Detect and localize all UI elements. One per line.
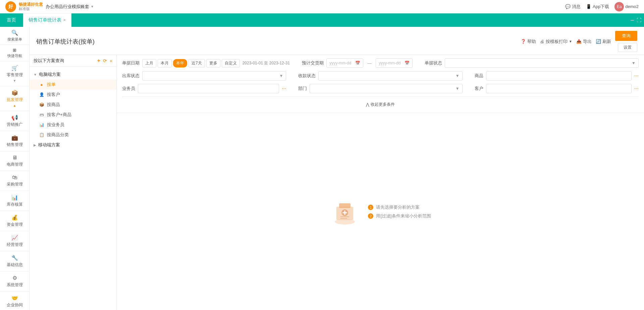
goods-more-icon[interactable]: ···: [634, 73, 639, 79]
sidebar-item-finance[interactable]: 💰 资金管理: [0, 211, 29, 231]
topbar-right: 💬 消息 📱 App下载 Ea demo2: [565, 2, 639, 11]
sidebar-item-quicknav[interactable]: ⊞ 快捷导航: [0, 45, 29, 61]
customer-more-icon[interactable]: ···: [634, 86, 639, 92]
sidebar-item-wholesale[interactable]: 📦 批发管理 ▲: [0, 86, 29, 111]
refresh-icon: 🔄: [596, 39, 601, 44]
filter-divider: [122, 97, 639, 97]
empty-content: 1 请先选择要分析的方案 2 用[过滤]条件来缩小分析范围: [330, 197, 431, 227]
sidebar-item-purchase[interactable]: 🛍 采购管理: [0, 171, 29, 191]
scheme-item-by-category[interactable]: 📋 按商品分类: [30, 130, 116, 140]
minimize-icon[interactable]: ─: [631, 17, 634, 23]
query-button[interactable]: 查询: [615, 31, 637, 41]
date-filter-group: 单据日期 上月 本月 本年 近7天 更多 自定义 2023-01-01 至 20…: [122, 59, 290, 67]
app-subtitle: 标准版: [19, 7, 43, 11]
sidebar-item-system[interactable]: ⚙ 系统管理: [0, 271, 29, 292]
date-btn-lastmonth[interactable]: 上月: [142, 59, 156, 67]
scheme-group-mobile-header[interactable]: ▶ 移动端方案: [30, 140, 116, 150]
sidebar-item-ecommerce[interactable]: 🖥 电商管理: [0, 151, 29, 171]
maximize-icon[interactable]: ⛶: [637, 17, 641, 23]
collapse-panel-icon[interactable]: «: [110, 58, 112, 63]
sidebar-item-retail[interactable]: 🛒 零售管理 ▼: [0, 61, 29, 86]
dept-select[interactable]: ▼: [310, 84, 462, 93]
scheme-item-by-salesman[interactable]: 📊 按业务员: [30, 120, 116, 130]
workspace-selector[interactable]: 办公用品行业模拟账套 ▼: [46, 4, 94, 10]
sidebar-search[interactable]: 🔍 搜索菜单: [0, 27, 29, 45]
marketing-icon: 📢: [11, 114, 18, 121]
collapse-filter-button[interactable]: ⋀ 收起更多条件: [122, 100, 639, 109]
topbar: 好 畅捷通好生意 标准版 办公用品行业模拟账套 ▼ 💬 消息 📱 App下载 E…: [0, 0, 644, 13]
page-title: 销售订单统计表(按单): [36, 38, 95, 46]
app-download-button[interactable]: 📱 App下载: [586, 4, 609, 10]
page-header: 销售订单统计表(按单) ❓ 帮助 🖨 按模板打印 ▼ 📤 导出 🔄 刷新: [30, 27, 644, 55]
scheme-item-by-order[interactable]: ● 按单: [30, 80, 116, 90]
dept-label: 部门: [298, 86, 307, 92]
date-btn-7days[interactable]: 近7天: [189, 59, 205, 67]
inventory-icon: 📊: [11, 194, 18, 201]
customer-label: 客户: [475, 86, 483, 92]
empty-state: 1 请先选择要分析的方案 2 用[过滤]条件来缩小分析范围: [117, 113, 644, 310]
scheme-group-pc-header[interactable]: ▼ 电脑端方案: [30, 69, 116, 80]
sidebar-item-enterprise[interactable]: 🤝 企业协同: [0, 292, 29, 310]
scheme-item-by-customer-goods[interactable]: 🗃 按客户+商品: [30, 110, 116, 120]
date-btn-more[interactable]: 更多: [206, 59, 220, 67]
delivery-label: 出库状态: [122, 73, 140, 79]
chevron-right-icon: ▶: [34, 143, 36, 147]
sidebar-item-marketing[interactable]: 📢 营销推广: [0, 111, 29, 131]
filter-section: 单据日期 上月 本月 本年 近7天 更多 自定义 2023-01-01 至 20…: [117, 55, 644, 113]
date-label: 单据日期: [122, 60, 140, 66]
sidebar-item-basic[interactable]: 🔧 基础信息: [0, 251, 29, 271]
tab-home[interactable]: 首页: [0, 13, 23, 27]
expected-date-to[interactable]: yyyy-mm-dd 📅: [376, 58, 413, 68]
quicknav-icon: ⊞: [13, 48, 16, 53]
date-btn-thisyear[interactable]: 本年: [173, 59, 187, 67]
tab-active[interactable]: 销售订单统计表 ×: [23, 13, 71, 27]
date-btn-custom[interactable]: 自定义: [222, 59, 240, 67]
page-actions: ❓ 帮助 🖨 按模板打印 ▼ 📤 导出 🔄 刷新 查询: [521, 31, 637, 52]
salesman-input[interactable]: [138, 84, 279, 93]
settings-button[interactable]: 设置: [618, 43, 637, 52]
chevron-up-icon: ▲: [13, 104, 16, 107]
status-label: 单据状态: [425, 60, 442, 66]
chevron-down-icon: ▼: [569, 40, 572, 43]
sidebar-item-sales[interactable]: 💼 销售管理: [0, 131, 29, 151]
delivery-select[interactable]: ▼: [142, 71, 286, 81]
tab-close-icon[interactable]: ×: [63, 18, 66, 22]
ecommerce-icon: 🖥: [12, 155, 17, 161]
user-menu[interactable]: Ea demo2: [614, 2, 639, 11]
wholesale-icon: 📦: [11, 90, 18, 96]
salesman-more-icon[interactable]: ···: [282, 86, 286, 92]
expected-date-group: 预计交货期 yyyy-mm-dd 📅 — yyyy-mm-dd 📅: [302, 58, 413, 68]
refresh-scheme-icon[interactable]: ⟳: [103, 58, 107, 63]
receipt-select[interactable]: ▼: [318, 71, 462, 81]
scheme-item-by-customer[interactable]: 👤 按客户: [30, 90, 116, 100]
delivery-status-group: 出库状态 ▼: [122, 71, 286, 81]
date-buttons: 上月 本月 本年 近7天 更多 自定义: [142, 59, 240, 67]
date-btn-thismonth[interactable]: 本月: [158, 59, 172, 67]
print-button[interactable]: 🖨 按模板打印 ▼: [540, 39, 572, 45]
operations-icon: 📈: [11, 235, 18, 241]
phone-icon: 📱: [586, 4, 591, 9]
scheme-item-by-goods[interactable]: 📦 按商品: [30, 100, 116, 110]
goods-label: 商品: [475, 73, 483, 79]
status-select[interactable]: ▼: [445, 58, 639, 68]
sidebar-item-inventory[interactable]: 📊 库存核算: [0, 191, 29, 211]
add-scheme-icon[interactable]: +: [97, 58, 100, 64]
export-button[interactable]: 📤 导出: [576, 39, 592, 45]
chevron-down-icon: ▼: [34, 73, 37, 76]
help-button[interactable]: ❓ 帮助: [521, 39, 536, 45]
main-layout: 🔍 搜索菜单 ⊞ 快捷导航 🛒 零售管理 ▼ 📦 批发管理 ▲ 📢 营销推广 💼…: [0, 27, 644, 310]
app-name: 畅捷通好生意: [19, 2, 43, 7]
sidebar-item-operations[interactable]: 📈 经营管理: [0, 231, 29, 251]
goods-input[interactable]: [486, 71, 632, 81]
calendar-icon: 📅: [405, 61, 410, 65]
customer-input[interactable]: [486, 84, 632, 93]
customer-filter-group: 客户 ···: [475, 84, 639, 93]
print-icon: 🖨: [540, 39, 544, 44]
tip-number-2: 2: [368, 213, 373, 219]
date-separator: —: [366, 61, 373, 66]
refresh-button[interactable]: 🔄 刷新: [596, 39, 611, 45]
sales-icon: 💼: [11, 135, 18, 141]
expected-date-from[interactable]: yyyy-mm-dd 📅: [326, 58, 363, 68]
message-button[interactable]: 💬 消息: [565, 4, 581, 10]
scheme-group-pc: ▼ 电脑端方案 ● 按单 👤 按客户 📦 按: [30, 69, 116, 140]
